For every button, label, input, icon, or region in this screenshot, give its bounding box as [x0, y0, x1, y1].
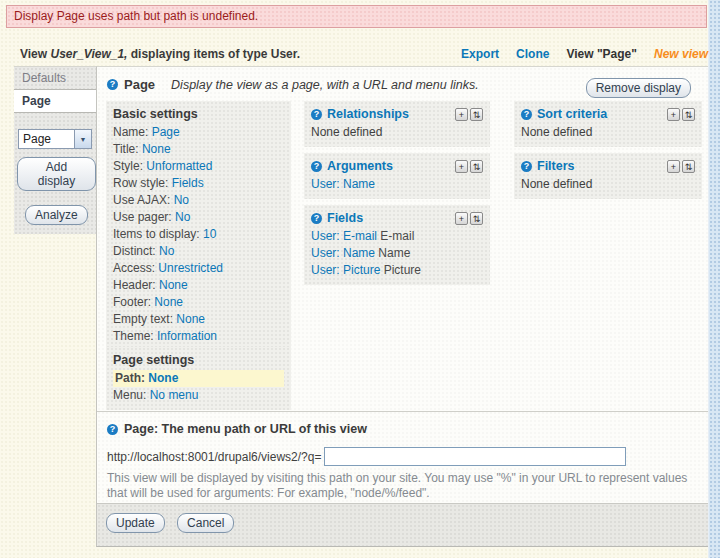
basic-settings-title: Basic settings [113, 107, 284, 121]
help-icon[interactable]: ? [107, 79, 118, 90]
setting-row: Style: Unformatted [113, 158, 284, 175]
path-value-link[interactable]: None [148, 371, 178, 385]
add-item-button[interactable]: + [455, 108, 468, 121]
menu-value-link[interactable]: No menu [150, 388, 199, 402]
setting-row: Distinct: No [113, 243, 284, 260]
setting-value-link[interactable]: Page [152, 125, 180, 139]
setting-row: Use AJAX: No [113, 192, 284, 209]
category-item: User: Name Name [311, 245, 483, 262]
add-item-button[interactable]: + [667, 108, 680, 121]
setting-value-link[interactable]: None [159, 278, 188, 292]
setting-value-link[interactable]: 10 [203, 227, 216, 241]
clone-link[interactable]: Clone [516, 47, 549, 61]
menu-label: Menu: [113, 388, 146, 402]
setting-value-link[interactable]: Unrestricted [158, 261, 223, 275]
path-help-text: This view will be displayed by visiting … [107, 471, 699, 501]
help-icon[interactable]: ? [521, 161, 532, 172]
view-page-link[interactable]: View "Page" [566, 47, 637, 61]
relationships-panel: ?Relationships+⇅None defined [304, 101, 490, 147]
fields-panel: ?Fields+⇅User: E-mail E-mailUser: Name N… [304, 205, 490, 285]
export-link[interactable]: Export [461, 47, 499, 61]
view-links: Export Clone View "Page" New view [461, 47, 708, 61]
help-icon[interactable]: ? [311, 109, 322, 120]
setting-label: Distinct: [113, 244, 159, 258]
category-title[interactable]: Filters [537, 159, 575, 173]
page-settings-title: Page settings [113, 353, 284, 367]
help-icon[interactable]: ? [107, 424, 118, 435]
category-items: User: Name [311, 176, 483, 193]
sort-criteria-panel: ?Sort criteria+⇅None defined [514, 101, 702, 147]
page-background-strip [708, 0, 720, 558]
rearrange-button[interactable]: ⇅ [470, 108, 483, 121]
category-actions: +⇅ [455, 212, 483, 225]
category-header: ?Arguments+⇅ [311, 159, 483, 173]
remove-display-button[interactable]: Remove display [586, 78, 691, 98]
setting-label: Items to display: [113, 227, 203, 241]
view-title: View User_View_1, displaying items of ty… [20, 47, 300, 61]
setting-row: Name: Page [113, 124, 284, 141]
setting-label: Use AJAX: [113, 193, 174, 207]
category-item-suffix: E-mail [377, 229, 414, 243]
display-settings-panel: ? Page Display the view as a page, with … [96, 66, 708, 547]
setting-value-link[interactable]: Unformatted [146, 159, 212, 173]
category-items: None defined [311, 124, 483, 141]
rearrange-button[interactable]: ⇅ [470, 160, 483, 173]
path-url-row: http://localhost:8001/drupal6/views2/?q= [107, 447, 626, 466]
setting-value-link[interactable]: Fields [172, 176, 204, 190]
setting-row: Empty text: None [113, 311, 284, 328]
category-actions: +⇅ [667, 108, 695, 121]
page-settings-panel: Page settings Path: None Menu: No menu [106, 347, 291, 410]
setting-value-link[interactable]: No [175, 210, 190, 224]
display-type-select-value: Page [19, 132, 74, 146]
basic-settings-rows: Name: PageTitle: NoneStyle: UnformattedR… [113, 124, 284, 345]
category-item-link[interactable]: User: Name [311, 246, 375, 260]
setting-value-link[interactable]: None [154, 295, 183, 309]
filters-panel: ?Filters+⇅None defined [514, 153, 702, 199]
path-form-title-text: Page: The menu path or URL of this view [124, 422, 367, 436]
category-item: User: Name [311, 176, 483, 193]
tab-defaults[interactable]: Defaults [14, 67, 96, 90]
display-description: Display the view as a page, with a URL a… [171, 78, 479, 92]
view-word: View [20, 47, 50, 61]
help-icon[interactable]: ? [311, 161, 322, 172]
category-title[interactable]: Sort criteria [537, 107, 607, 121]
display-type-select[interactable]: Page ▼ [18, 129, 92, 149]
help-icon[interactable]: ? [311, 213, 322, 224]
path-input[interactable] [324, 447, 626, 466]
help-icon[interactable]: ? [521, 109, 532, 120]
category-title[interactable]: Fields [327, 211, 363, 225]
add-item-button[interactable]: + [455, 212, 468, 225]
rearrange-button[interactable]: ⇅ [682, 160, 695, 173]
analyze-button[interactable]: Analyze [25, 205, 88, 225]
path-setting-row: Path: None [113, 370, 284, 387]
setting-value-link[interactable]: No [174, 193, 189, 207]
category-item-link[interactable]: User: Name [311, 177, 375, 191]
add-item-button[interactable]: + [667, 160, 680, 173]
cancel-button[interactable]: Cancel [177, 513, 234, 533]
update-button[interactable]: Update [106, 513, 165, 533]
category-header: ?Relationships+⇅ [311, 107, 483, 121]
setting-row: Access: Unrestricted [113, 260, 284, 277]
add-item-button[interactable]: + [455, 160, 468, 173]
setting-row: Header: None [113, 277, 284, 294]
setting-value-link[interactable]: None [142, 142, 171, 156]
category-item-suffix: Picture [380, 263, 421, 277]
setting-label: Empty text: [113, 312, 176, 326]
setting-value-link[interactable]: No [159, 244, 174, 258]
setting-row: Title: None [113, 141, 284, 158]
new-view-link[interactable]: New view [654, 47, 708, 61]
category-item-link[interactable]: User: Picture [311, 263, 380, 277]
category-title[interactable]: Arguments [327, 159, 393, 173]
setting-label: Name: [113, 125, 152, 139]
category-title[interactable]: Relationships [327, 107, 409, 121]
add-display-button[interactable]: Add display [17, 157, 96, 191]
setting-value-link[interactable]: Information [157, 329, 217, 343]
setting-value-link[interactable]: None [176, 312, 205, 326]
category-item-link[interactable]: User: E-mail [311, 229, 377, 243]
tab-page[interactable]: Page [14, 90, 96, 113]
url-prefix: http://localhost:8001/drupal6/views2/?q= [107, 450, 321, 464]
rearrange-button[interactable]: ⇅ [682, 108, 695, 121]
category-header: ?Sort criteria+⇅ [521, 107, 695, 121]
display-title: Page [124, 77, 155, 92]
rearrange-button[interactable]: ⇅ [470, 212, 483, 225]
